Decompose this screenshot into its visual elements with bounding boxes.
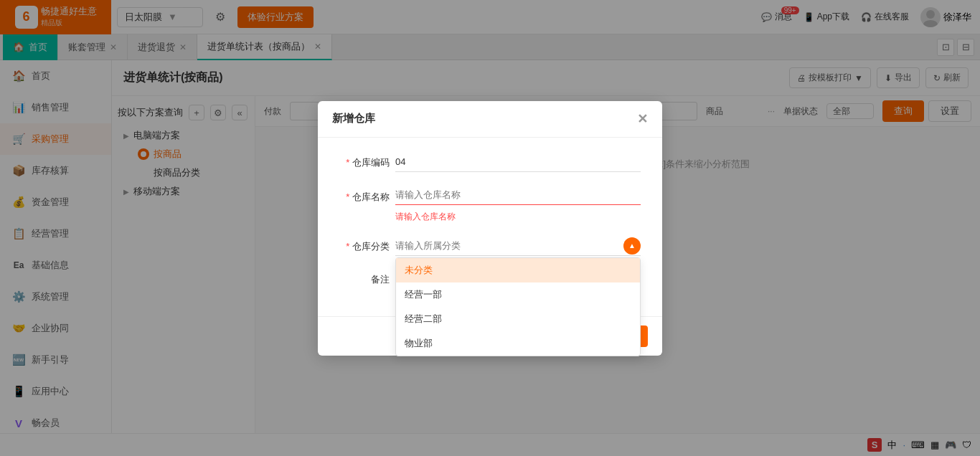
name-error-message: 请输入仓库名称 [395,212,456,222]
add-warehouse-modal: 新增仓库 ✕ 仓库编码 仓库名称 请输入仓库名称 仓库分类 [318,101,662,356]
category-label: 仓库分类 [339,236,390,253]
note-label: 备注 [339,269,390,286]
dropdown-item-uncategorized[interactable]: 未分类 [396,258,640,282]
category-dropdown-toggle[interactable] [623,237,641,255]
modal-close-button[interactable]: ✕ [637,111,648,127]
category-dropdown: 未分类 经营一部 经营二部 物业部 [395,257,641,356]
form-row-code: 仓库编码 [339,152,641,172]
form-row-category: 仓库分类 未分类 经营一部 经营二部 物业部 [339,236,641,256]
name-label: 仓库名称 [339,186,390,204]
dropdown-item-property[interactable]: 物业部 [396,331,640,356]
dropdown-item-dept1[interactable]: 经营一部 [396,282,640,307]
category-input[interactable] [395,236,641,256]
modal-header: 新增仓库 ✕ [318,101,662,138]
form-row-name: 仓库名称 请输入仓库名称 [339,185,641,223]
name-error-wrap: 请输入仓库名称 [339,211,641,223]
modal-title: 新增仓库 [332,112,375,125]
category-select-wrap: 未分类 经营一部 经营二部 物业部 [395,236,641,256]
modal-body: 仓库编码 仓库名称 请输入仓库名称 仓库分类 [318,138,662,316]
name-input[interactable] [395,185,641,205]
code-input[interactable] [395,152,641,172]
code-label: 仓库编码 [339,152,390,169]
dropdown-item-dept2[interactable]: 经营二部 [396,307,640,331]
modal-overlay[interactable]: 新增仓库 ✕ 仓库编码 仓库名称 请输入仓库名称 仓库分类 [0,0,980,456]
